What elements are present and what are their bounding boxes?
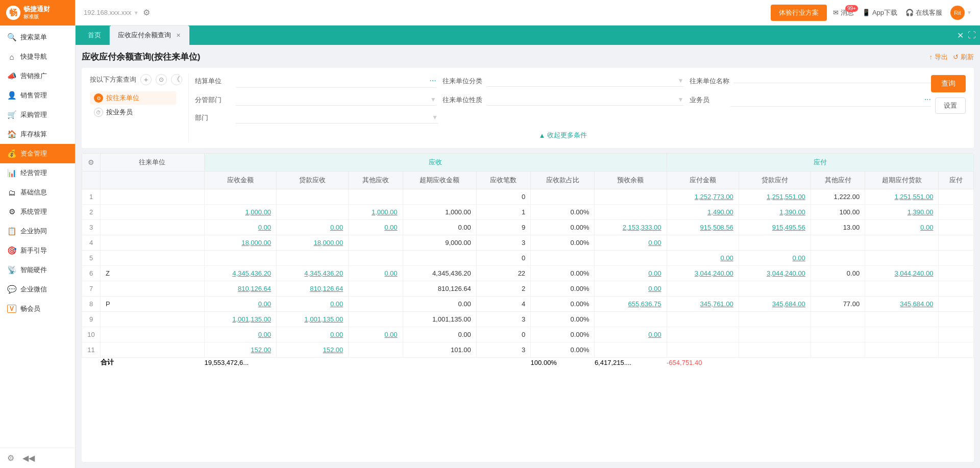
sidebar-item-weixin[interactable]: 💬 企业微信 — [0, 280, 75, 299]
table-cell[interactable]: 0.00 — [595, 235, 667, 251]
filter-scheme-button[interactable]: ⊙ — [156, 74, 167, 85]
table-cell[interactable]: 0.00 — [595, 266, 667, 281]
tab-home[interactable]: 首页 — [80, 26, 110, 45]
table-cell[interactable]: 915,508.56 — [667, 220, 739, 235]
table-cell[interactable] — [865, 251, 939, 266]
tabbar-expand-btn[interactable]: ⛶ — [968, 31, 976, 40]
tab-close-icon[interactable]: ✕ — [176, 32, 181, 39]
table-wrapper[interactable]: ⚙ 往来单位 应收 应付 应收金额 贷款应收 — [82, 153, 974, 462]
table-cell[interactable] — [865, 281, 939, 297]
table-cell[interactable] — [865, 327, 939, 342]
sidebar-item-operation[interactable]: 📊 经营管理 — [0, 163, 75, 183]
table-cell[interactable] — [739, 235, 811, 251]
table-cell[interactable]: 655,636.75 — [595, 297, 667, 312]
table-cell[interactable]: 18,000.00 — [204, 235, 276, 251]
field-salesman-input[interactable]: ··· — [730, 93, 931, 107]
table-cell[interactable]: 2,153,333.00 — [595, 220, 667, 235]
sidebar-item-search[interactable]: 🔍 搜索菜单 — [0, 28, 75, 47]
field-unit-name-input[interactable] — [733, 79, 931, 83]
sidebar-item-basic[interactable]: 🗂 基础信息 — [0, 183, 75, 202]
topbar-solution-button[interactable]: 体验行业方案 — [771, 5, 827, 21]
settlement-dots-icon[interactable]: ··· — [429, 76, 436, 85]
sidebar-item-member[interactable]: V 畅会员 — [0, 299, 75, 318]
sidebar-item-guide[interactable]: 🎯 新手引导 — [0, 241, 75, 260]
table-cell[interactable]: 0.00 — [667, 251, 739, 266]
table-cell[interactable]: 1,251,551.00 — [865, 189, 939, 205]
table-cell[interactable]: 1,251,551.00 — [739, 189, 811, 205]
table-cell[interactable] — [739, 327, 811, 342]
table-cell[interactable]: 0.00 — [204, 297, 276, 312]
table-cell[interactable] — [277, 251, 349, 266]
table-cell[interactable]: 0.00 — [277, 327, 349, 342]
filter-add-button[interactable]: + — [140, 74, 152, 85]
sidebar-item-system[interactable]: ⚙ 系统管理 — [0, 202, 75, 221]
table-cell[interactable]: 1,390.00 — [865, 205, 939, 220]
table-cell[interactable]: 152.00 — [277, 342, 349, 358]
table-cell[interactable] — [739, 342, 811, 358]
table-cell[interactable]: 0.00 — [595, 281, 667, 297]
table-cell[interactable] — [349, 251, 403, 266]
sidebar-item-enterprise[interactable]: 📋 企业协同 — [0, 221, 75, 241]
topbar-service-btn[interactable]: 🎧 在线客服 — [905, 8, 942, 17]
topbar-user-btn[interactable]: Rit ▼ — [950, 6, 972, 20]
sidebar-item-nav[interactable]: ⌂ 快捷导航 — [0, 47, 75, 66]
export-button[interactable]: ↑ 导出 — [929, 53, 948, 62]
table-cell[interactable]: 810,126.64 — [204, 281, 276, 297]
field-dept-input[interactable]: ▼ — [236, 94, 436, 106]
table-cell[interactable] — [349, 235, 403, 251]
topbar-gear-icon[interactable]: ⚙ — [143, 8, 150, 17]
sidebar-settings-btn[interactable]: ⚙ — [7, 453, 14, 463]
table-cell[interactable]: 0.00 — [277, 297, 349, 312]
filter-option-business[interactable]: ⏱ 按业务员 — [90, 106, 176, 119]
field-unit-nature-input[interactable]: ▼ — [486, 94, 684, 106]
tab-ar-ap[interactable]: 应收应付余额查询 ✕ — [110, 26, 189, 45]
field-division-input[interactable]: ▼ — [236, 112, 438, 124]
table-cell[interactable]: 1,000.00 — [204, 205, 276, 220]
table-cell[interactable] — [595, 189, 667, 205]
table-cell[interactable] — [865, 342, 939, 358]
table-cell[interactable]: 0.00 — [595, 327, 667, 342]
table-cell[interactable]: 0.00 — [865, 220, 939, 235]
table-cell[interactable] — [865, 312, 939, 327]
table-cell[interactable]: 3,044,240.00 — [739, 266, 811, 281]
topbar-app-btn[interactable]: 📱 App下载 — [862, 8, 897, 17]
table-settings-icon[interactable]: ⚙ — [88, 158, 94, 166]
topbar-message-btn[interactable]: ✉ 消息 99+ — [833, 8, 854, 17]
field-unit-category-input[interactable]: ▼ — [486, 75, 684, 87]
table-cell[interactable] — [204, 189, 276, 205]
table-cell[interactable]: 152.00 — [204, 342, 276, 358]
table-cell[interactable] — [349, 281, 403, 297]
table-cell[interactable]: 345,761.00 — [667, 297, 739, 312]
table-cell[interactable] — [595, 342, 667, 358]
table-cell[interactable]: 18,000.00 — [277, 235, 349, 251]
table-cell[interactable] — [667, 235, 739, 251]
sidebar-item-capital[interactable]: 💰 资金管理 — [0, 144, 75, 163]
table-cell[interactable]: 0.00 — [739, 251, 811, 266]
table-cell[interactable] — [204, 251, 276, 266]
table-cell[interactable]: 1,390.00 — [739, 205, 811, 220]
table-cell[interactable] — [667, 342, 739, 358]
table-cell[interactable] — [277, 205, 349, 220]
sidebar-item-inventory[interactable]: 🏠 库存核算 — [0, 125, 75, 144]
field-settlement-input[interactable]: ··· — [236, 74, 436, 88]
table-cell[interactable]: 915,495.56 — [739, 220, 811, 235]
sidebar-item-sales[interactable]: 👤 销售管理 — [0, 86, 75, 105]
table-cell[interactable]: 3,044,240.00 — [667, 266, 739, 281]
table-cell[interactable]: 3,044,240.00 — [865, 266, 939, 281]
sidebar-item-hardware[interactable]: 📡 智能硬件 — [0, 260, 75, 280]
table-cell[interactable] — [349, 342, 403, 358]
table-cell[interactable]: 4,345,436.20 — [277, 266, 349, 281]
table-cell[interactable] — [739, 312, 811, 327]
collapse-button[interactable]: ▲ 收起更多条件 — [195, 129, 931, 142]
table-cell[interactable]: 0.00 — [349, 327, 403, 342]
table-cell[interactable]: 1,001,135.00 — [204, 312, 276, 327]
filter-option-company[interactable]: ⚙ 按往来单位 — [90, 91, 176, 105]
table-cell[interactable]: 1,252,773.00 — [667, 189, 739, 205]
sidebar-item-purchase[interactable]: 🛒 采购管理 — [0, 105, 75, 125]
table-cell[interactable]: 0.00 — [204, 327, 276, 342]
table-cell[interactable] — [595, 205, 667, 220]
query-button[interactable]: 查询 — [931, 75, 966, 92]
refresh-button[interactable]: ↺ 刷新 — [953, 53, 974, 62]
table-cell[interactable]: 1,490.00 — [667, 205, 739, 220]
table-cell[interactable] — [277, 189, 349, 205]
